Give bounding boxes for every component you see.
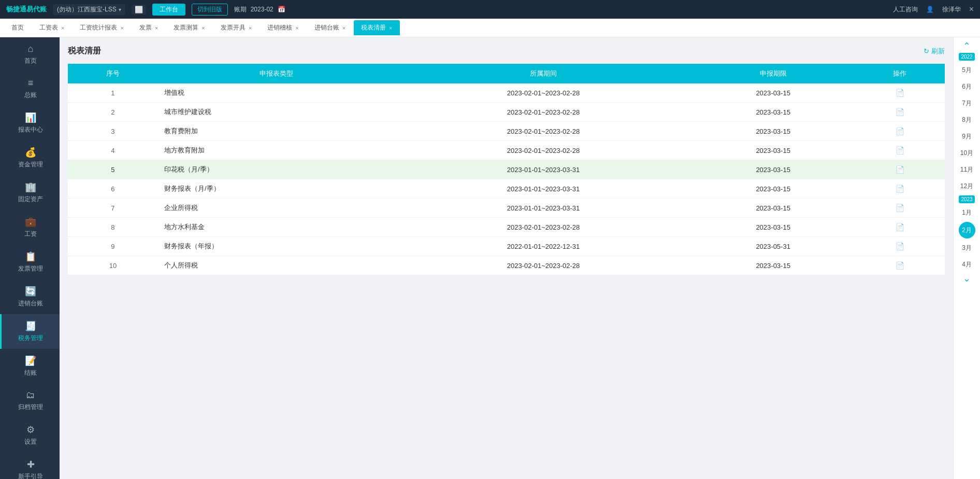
row-action[interactable]: 📄	[855, 256, 945, 275]
tab-close-icon[interactable]: ×	[295, 25, 298, 31]
sidebar-item-home[interactable]: ⌂首页	[0, 37, 60, 72]
table-head: 序号申报表类型所属期间申报期限操作	[68, 64, 945, 83]
company-selector[interactable]: (勿动）江西服宝-LSS ▾	[53, 4, 125, 15]
sidebar-label-fixed-asset: 固定资产	[18, 195, 43, 204]
row-deadline: 2023-03-15	[691, 122, 855, 141]
sidebar-label-settle: 结账	[24, 369, 37, 377]
tab-invoice[interactable]: 发票×	[132, 20, 165, 35]
up-chevron-icon[interactable]: ⌃	[963, 41, 971, 51]
switch-old-button[interactable]: 切到旧版	[192, 4, 228, 16]
sidebar-item-settle[interactable]: 📝结账	[0, 349, 60, 384]
tab-in-out-ledger[interactable]: 进销台账×	[307, 20, 353, 35]
action-doc-icon[interactable]: 📄	[896, 242, 904, 250]
invoice-mgr-icon: 📋	[25, 251, 36, 262]
main-layout: ⌂首页≡总账📊报表中心💰资金管理🏢固定资产💼工资📋发票管理🔄进销台账🧾税务管理📝…	[0, 37, 980, 479]
tab-close-icon[interactable]: ×	[120, 25, 123, 31]
col-header: 申报表类型	[158, 64, 395, 83]
sidebar-item-fixed-asset[interactable]: 🏢固定资产	[0, 175, 60, 210]
tab-close-icon[interactable]: ×	[155, 25, 158, 31]
month-btn-10月[interactable]: 10月	[957, 146, 977, 160]
row-action[interactable]: 📄	[855, 237, 945, 256]
user-avatar: 👤	[926, 6, 934, 13]
refresh-icon: ↻	[924, 47, 929, 55]
sidebar-item-archive[interactable]: 🗂归档管理	[0, 384, 60, 418]
tab-in-out-check[interactable]: 进销稽核×	[260, 20, 306, 35]
tab-salary[interactable]: 工资表×	[32, 20, 71, 35]
action-doc-icon[interactable]: 📄	[896, 108, 904, 116]
tab-invoice-open[interactable]: 发票开具×	[213, 20, 259, 35]
row-action[interactable]: 📄	[855, 199, 945, 218]
sidebar-item-invoice-mgr[interactable]: 📋发票管理	[0, 245, 60, 279]
row-action[interactable]: 📄	[855, 160, 945, 179]
row-period: 2023-02-01~2023-02-28	[395, 256, 692, 275]
tab-salary-report[interactable]: 工资统计报表×	[73, 20, 131, 35]
row-action[interactable]: 📄	[855, 218, 945, 237]
sidebar-item-salary[interactable]: 💼工资	[0, 210, 60, 245]
row-deadline: 2023-03-15	[691, 218, 855, 237]
row-action[interactable]: 📄	[855, 141, 945, 160]
tab-close-icon[interactable]: ×	[249, 25, 252, 31]
month-btn-6月[interactable]: 6月	[957, 79, 977, 94]
year-2022-label: 2022	[959, 53, 974, 61]
action-doc-icon[interactable]: 📄	[896, 146, 904, 154]
table-row: 2城市维护建设税2023-02-01~2023-02-282023-03-15📄	[68, 103, 945, 122]
settle-icon: 📝	[25, 355, 36, 367]
row-deadline: 2023-03-15	[691, 199, 855, 218]
sidebar-item-tax[interactable]: 🧾税务管理	[0, 314, 60, 349]
year-2023-label: 2023	[959, 195, 974, 203]
sidebar-item-ledger[interactable]: ≡总账	[0, 72, 60, 106]
sidebar-label-salary: 工资	[24, 230, 37, 238]
tab-invoice-calc[interactable]: 发票测算×	[166, 20, 212, 35]
month-btn-7月[interactable]: 7月	[957, 96, 977, 110]
action-doc-icon[interactable]: 📄	[896, 204, 904, 212]
month-btn-1月[interactable]: 1月	[957, 205, 977, 220]
action-doc-icon[interactable]: 📄	[896, 165, 904, 174]
tab-home[interactable]: 首页	[4, 20, 31, 35]
month-btn-11月[interactable]: 11月	[957, 162, 977, 177]
user-name[interactable]: 徐泽华	[942, 5, 961, 14]
close-all-button[interactable]: ×	[969, 5, 974, 14]
tab-close-icon[interactable]: ×	[61, 25, 64, 31]
row-period: 2023-02-01~2023-02-28	[395, 141, 692, 160]
copy-icon[interactable]: ⬜	[132, 5, 146, 15]
workspace-button[interactable]: 工作台	[152, 4, 185, 16]
row-action[interactable]: 📄	[855, 83, 945, 103]
right-panel: ⌃ 20225月6月7月8月9月10月11月12月20231月2月3月4月⌄	[953, 37, 980, 479]
row-action[interactable]: 📄	[855, 103, 945, 122]
month-btn-9月[interactable]: 9月	[957, 129, 977, 144]
sidebar-item-report[interactable]: 📊报表中心	[0, 106, 60, 140]
month-btn-4月[interactable]: 4月	[957, 257, 977, 272]
month-btn-12月[interactable]: 12月	[957, 179, 977, 193]
row-deadline: 2023-03-15	[691, 103, 855, 122]
sidebar-item-guide[interactable]: ✚新手引导	[0, 453, 60, 479]
action-doc-icon[interactable]: 📄	[896, 261, 904, 270]
month-btn-active[interactable]: 2月	[959, 222, 975, 238]
month-btn-5月[interactable]: 5月	[957, 63, 977, 77]
month-btn-3月[interactable]: 3月	[957, 241, 977, 255]
row-period: 2023-01-01~2023-03-31	[395, 160, 692, 179]
sidebar-item-fund[interactable]: 💰资金管理	[0, 140, 60, 175]
refresh-button[interactable]: ↻ 刷新	[924, 47, 945, 56]
calendar-icon[interactable]: 📅	[278, 6, 285, 13]
tab-close-icon[interactable]: ×	[342, 25, 345, 31]
row-period: 2023-02-01~2023-02-28	[395, 103, 692, 122]
row-action[interactable]: 📄	[855, 179, 945, 199]
month-btn-8月[interactable]: 8月	[957, 112, 977, 127]
ai-consult-btn[interactable]: 人工咨询	[893, 5, 918, 14]
row-type: 企业所得税	[158, 199, 395, 218]
tab-close-icon[interactable]: ×	[201, 25, 205, 31]
main-content: 税表清册 ↻ 刷新 序号申报表类型所属期间申报期限操作 1增值税2023-02-…	[60, 37, 953, 479]
row-no: 7	[68, 199, 158, 218]
sidebar-label-home: 首页	[24, 57, 37, 65]
action-doc-icon[interactable]: 📄	[896, 185, 904, 193]
sidebar-item-settings[interactable]: ⚙设置	[0, 418, 60, 453]
row-action[interactable]: 📄	[855, 122, 945, 141]
action-doc-icon[interactable]: 📄	[896, 223, 904, 231]
down-chevron-icon[interactable]: ⌄	[963, 274, 971, 283]
sidebar-item-in-out[interactable]: 🔄进销台账	[0, 279, 60, 314]
action-doc-icon[interactable]: 📄	[896, 127, 904, 135]
action-doc-icon[interactable]: 📄	[896, 89, 904, 97]
in-out-icon: 🔄	[25, 286, 36, 297]
tab-close-icon[interactable]: ×	[389, 25, 392, 31]
tab-tax-clear[interactable]: 税表清册×	[354, 20, 399, 35]
